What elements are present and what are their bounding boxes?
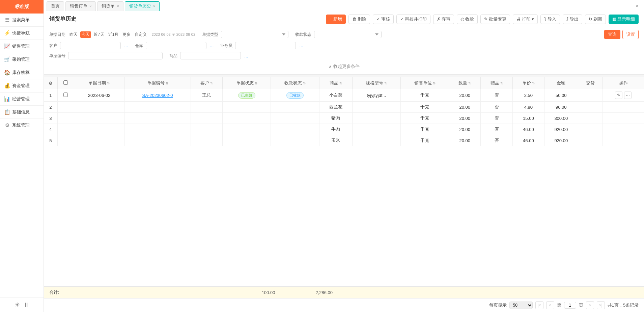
th-unit[interactable]: 销售单位 bbox=[400, 77, 449, 89]
sort-quantity[interactable]: 数量 bbox=[458, 80, 471, 86]
doc-type-select[interactable] bbox=[221, 31, 288, 38]
th-goods[interactable]: 商品 bbox=[319, 77, 352, 89]
sort-docno[interactable]: 单据编号 bbox=[147, 80, 168, 86]
th-payment-status[interactable]: 收款状态 bbox=[271, 77, 319, 89]
sidebar-item-purchase-mgmt[interactable]: 🛒 采购管理 bbox=[0, 53, 44, 66]
sort-customer[interactable]: 客户 bbox=[200, 80, 213, 86]
page-prev-button[interactable]: < bbox=[546, 301, 554, 309]
tab-home[interactable]: 首页 bbox=[47, 1, 64, 11]
staff-ellipsis[interactable]: ... bbox=[299, 43, 303, 48]
cell-checkbox[interactable] bbox=[57, 113, 74, 124]
export-button[interactable]: ⤴ 导出 bbox=[563, 15, 582, 24]
th-quantity[interactable]: 数量 bbox=[449, 77, 481, 89]
payment-status-select[interactable] bbox=[314, 31, 382, 38]
page-size-select[interactable]: 10 20 50 100 bbox=[509, 302, 533, 309]
date-shortcut-yesterday[interactable]: 昨天 bbox=[68, 31, 79, 38]
sidebar-item-label: 经营管理 bbox=[12, 96, 30, 102]
print-button[interactable]: 🖨 打印 ▾ bbox=[513, 15, 538, 24]
th-checkbox[interactable] bbox=[57, 77, 74, 89]
cell-checkbox[interactable] bbox=[57, 102, 74, 113]
sort-gift[interactable]: 赠品 bbox=[491, 80, 503, 86]
th-customer[interactable]: 客户 bbox=[191, 77, 222, 89]
cell-checkbox[interactable] bbox=[57, 135, 74, 146]
tab-bar-close-button[interactable]: × bbox=[633, 3, 641, 9]
sort-price[interactable]: 单价 bbox=[522, 80, 535, 86]
sidebar-item-finance[interactable]: 💰 资金管理 bbox=[0, 79, 44, 93]
th-spec[interactable]: 规格型号 bbox=[352, 77, 400, 89]
th-gift[interactable]: 赠品 bbox=[481, 77, 512, 89]
tab-sales-order-close[interactable]: × bbox=[89, 4, 91, 8]
tab-sales-goods[interactable]: 销货单 × bbox=[97, 1, 123, 11]
cell-docno[interactable] bbox=[124, 113, 191, 124]
select-all-checkbox[interactable] bbox=[63, 80, 68, 85]
tab-sales-order[interactable]: 销售订单 × bbox=[65, 1, 96, 11]
import-button[interactable]: ⤵ 导入 bbox=[540, 15, 560, 24]
th-date[interactable]: 单据日期 bbox=[74, 77, 124, 89]
row-checkbox[interactable] bbox=[63, 93, 68, 97]
sidebar-item-sales-mgmt[interactable]: 📈 销售管理 bbox=[0, 40, 44, 53]
sidebar-item-system-mgmt[interactable]: ⚙ 系统管理 bbox=[0, 119, 44, 132]
date-shortcut-custom[interactable]: 自定义 bbox=[133, 31, 148, 38]
sidebar-item-search-menu[interactable]: ☰ 搜索菜单 bbox=[0, 14, 44, 27]
sort-goods[interactable]: 商品 bbox=[330, 80, 342, 86]
goods-input[interactable] bbox=[180, 52, 241, 59]
cell-unit: 千克 bbox=[400, 102, 449, 113]
row-more-button[interactable]: ⋯ bbox=[624, 92, 632, 99]
sidebar-item-quick-nav[interactable]: ⚡ 快捷导航 bbox=[0, 27, 44, 40]
sidebar-item-label: 基础信息 bbox=[12, 109, 30, 115]
collapse-bar[interactable]: ∧ 收起更多条件 bbox=[49, 62, 639, 71]
page-last-button[interactable]: >| bbox=[597, 301, 605, 309]
date-shortcut-7days[interactable]: 近7天 bbox=[92, 31, 106, 38]
sort-date[interactable]: 单据日期 bbox=[88, 80, 110, 86]
sidebar-item-basic-info[interactable]: 📋 基础信息 bbox=[0, 106, 44, 119]
delete-button[interactable]: 🗑 删除 bbox=[348, 15, 370, 24]
query-button[interactable]: 查询 bbox=[604, 30, 620, 39]
page-input[interactable] bbox=[564, 302, 576, 309]
sort-payment-status[interactable]: 收款状态 bbox=[284, 80, 306, 86]
show-detail-button[interactable]: ▦ 显示明细 bbox=[609, 15, 639, 24]
date-shortcut-1month[interactable]: 近1月 bbox=[107, 31, 120, 38]
customer-ellipsis[interactable]: ... bbox=[124, 43, 128, 48]
batch-change-button[interactable]: ✎ 批量变更 bbox=[480, 15, 510, 24]
cell-docno[interactable]: SA-20230602-0 bbox=[124, 89, 191, 102]
cell-docno[interactable] bbox=[124, 135, 191, 146]
sidebar-bottom-icon2[interactable]: ⏸ bbox=[23, 302, 29, 309]
sidebar-item-operations[interactable]: 📊 经营管理 bbox=[0, 93, 44, 106]
page-first-button[interactable]: |< bbox=[535, 301, 543, 309]
tab-sales-goods-close[interactable]: × bbox=[117, 4, 119, 8]
sort-doc-status[interactable]: 单据状态 bbox=[236, 80, 257, 86]
new-button[interactable]: + 新增 bbox=[326, 15, 346, 24]
staff-input[interactable] bbox=[235, 42, 296, 49]
goods-ellipsis[interactable]: ... bbox=[244, 53, 248, 58]
sort-unit[interactable]: 销售单位 bbox=[414, 80, 436, 86]
settings-button[interactable]: 设置 bbox=[622, 30, 639, 39]
date-shortcut-today[interactable]: 今天 bbox=[80, 31, 91, 38]
collect-button[interactable]: ◎ 收款 bbox=[457, 15, 478, 24]
warehouse-ellipsis[interactable]: ... bbox=[210, 43, 214, 48]
th-price[interactable]: 单价 bbox=[512, 77, 544, 89]
audit-button[interactable]: ✓ 审核 bbox=[373, 15, 394, 24]
cell-checkbox[interactable] bbox=[57, 89, 74, 102]
cell-docno[interactable] bbox=[124, 124, 191, 135]
sidebar-bottom-icon1[interactable]: ☀ bbox=[15, 301, 20, 309]
docno-input[interactable] bbox=[68, 52, 163, 59]
cell-checkbox[interactable] bbox=[57, 124, 74, 135]
page-next-button[interactable]: > bbox=[586, 301, 594, 309]
table-row: 4 牛肉 千克 20.00 否 46.00 920.00 bbox=[44, 124, 644, 135]
tab-sales-history[interactable]: 销货单历史 × bbox=[125, 1, 160, 11]
th-doc-status[interactable]: 单据状态 bbox=[222, 77, 271, 89]
docno-link[interactable]: SA-20230602-0 bbox=[142, 93, 173, 98]
th-docno[interactable]: 单据编号 bbox=[124, 77, 191, 89]
th-gear[interactable]: ⚙ bbox=[44, 77, 57, 89]
row-edit-button[interactable]: ✎ bbox=[615, 92, 622, 99]
abandon-button[interactable]: ✗ 弃审 bbox=[433, 15, 454, 24]
refresh-button[interactable]: ↻ 刷新 bbox=[585, 15, 606, 24]
cell-docno[interactable] bbox=[124, 102, 191, 113]
tab-sales-history-close[interactable]: × bbox=[153, 4, 155, 8]
audit-print-button[interactable]: ✓ 审核并打印 bbox=[396, 15, 430, 24]
sidebar-item-inventory[interactable]: 🏠 库存核算 bbox=[0, 66, 44, 79]
warehouse-input[interactable] bbox=[146, 42, 206, 49]
sort-spec[interactable]: 规格型号 bbox=[366, 80, 387, 86]
date-shortcut-more[interactable]: 更多 bbox=[121, 31, 132, 38]
customer-input[interactable] bbox=[60, 42, 121, 49]
